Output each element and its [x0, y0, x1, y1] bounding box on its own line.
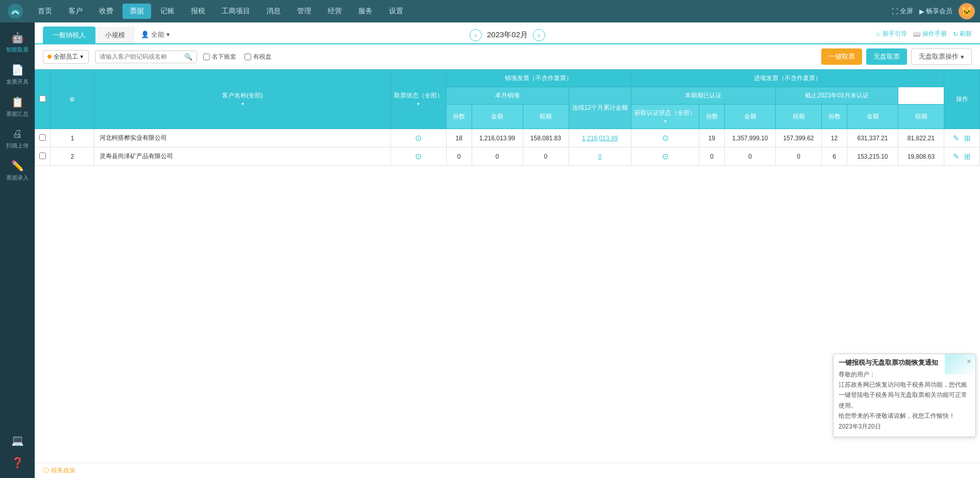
checkbox-tax-disk[interactable]: 有税盘	[244, 53, 272, 61]
member-btn[interactable]: ▶ 畅享会员	[919, 7, 952, 16]
th-action: 操作	[944, 70, 980, 129]
nav-tax[interactable]: 报税	[184, 4, 212, 19]
notif-header: 一键报税与无盘取票功能恢复通知 ×	[834, 354, 975, 369]
manual-icon: 📖	[913, 31, 921, 38]
tab-general-taxpayer[interactable]: 一般纳税人	[43, 27, 95, 43]
sidebar-item-scan[interactable]: 🖨 扫描上传	[2, 124, 33, 154]
nav-service[interactable]: 服务	[351, 4, 380, 19]
row-checkbox-cell	[35, 147, 51, 166]
edit-icon[interactable]: ✎	[953, 134, 960, 142]
employee-dot	[47, 55, 52, 59]
info-icon: ⓘ	[43, 466, 49, 475]
no-disk-ticket-btn[interactable]: 无盘取票	[866, 48, 907, 65]
row-checkbox[interactable]	[39, 153, 46, 159]
search-icon[interactable]: 🔍	[184, 53, 192, 61]
th-monthly-sales: 本月销项	[446, 87, 569, 105]
notif-apology: 给您带来的不便敬请谅解，祝您工作愉快！	[839, 411, 970, 421]
sidebar-item-smart-ticket[interactable]: 🤖 智能取票	[2, 28, 33, 58]
row-customer-name: 河北柯搭桦实业有限公司	[94, 129, 390, 147]
nav-customer[interactable]: 客户	[61, 4, 90, 19]
amount12-link[interactable]: 1,216,013.99	[582, 135, 618, 142]
member-icon: ▶	[919, 8, 924, 15]
notif-date: 2023年3月20日	[839, 421, 970, 432]
smart-ticket-icon: 🤖	[11, 32, 24, 44]
tab-bar: 一般纳税人 小规模 👤 全能 ▾ ‹ 2023年02月 › ☆ 新手引导	[35, 22, 980, 44]
copy-icon[interactable]: ⊞	[964, 152, 971, 161]
help-icon: ❓	[11, 457, 24, 469]
tax-policy-link[interactable]: ⓘ 税务政策	[43, 466, 76, 475]
refresh-btn[interactable]: ↻ 刷新	[953, 30, 972, 38]
ticket-check-icon: ⊙	[415, 152, 422, 161]
search-box: 🔍	[95, 51, 197, 63]
row-tax1: 158,081.83	[523, 129, 569, 147]
sidebar-item-help[interactable]: ❓	[2, 452, 33, 473]
employee-select[interactable]: 全部员工 ▾	[43, 50, 89, 64]
row-12month: 0	[569, 147, 631, 166]
row-share3: 12	[822, 129, 847, 147]
user-avatar[interactable]: 🐱	[959, 3, 975, 19]
th-amount2: 金额	[725, 105, 776, 129]
th-share1: 份数	[446, 105, 472, 129]
row-tax2: 0	[776, 147, 822, 166]
sidebar-item-entry[interactable]: ✏️ 票据录入	[2, 156, 33, 186]
th-amount3: 金额	[847, 105, 898, 129]
row-ticket-status: ⊙	[390, 129, 446, 147]
filter-bar: 全部员工 ▾ 🔍 名下账套 有税盘 一键取票 无盘取票	[35, 44, 980, 69]
edit-icon[interactable]: ✎	[953, 152, 960, 161]
row-checkbox[interactable]	[39, 134, 46, 141]
manual-btn[interactable]: 📖 操作手册	[913, 30, 947, 38]
nav-operate[interactable]: 经营	[321, 4, 349, 19]
no-disk-ticket-op-btn[interactable]: 无盘取票操作 ▾	[911, 48, 972, 65]
row-checkbox-cell	[35, 129, 51, 147]
row-num: 2	[51, 147, 94, 166]
th-amount1: 金额	[472, 105, 523, 129]
status-bar: ⓘ 税务政策	[35, 463, 980, 478]
notif-body: 尊敬的用户： 江苏政务网已恢复访问电子税务局功能，您代账一键登陆电子税务局与无盘…	[834, 369, 975, 437]
sidebar-bottom: 💻 ❓	[2, 430, 33, 478]
nav-fee[interactable]: 收费	[92, 4, 120, 19]
amount12-link[interactable]: 0	[598, 153, 602, 160]
settings-icon[interactable]: ⚙	[69, 96, 75, 103]
customer-filter-icon[interactable]: ▾	[241, 101, 244, 107]
search-input[interactable]	[100, 53, 181, 60]
filter-right-buttons: 一键取票 无盘取票 无盘取票操作 ▾	[821, 48, 972, 65]
guide-btn[interactable]: ☆ 新手引导	[875, 30, 907, 38]
th-sales-invoice-group: 销项发票（不含作废票）	[446, 70, 631, 87]
nav-message[interactable]: 消息	[259, 4, 288, 19]
fullscreen-btn[interactable]: ⛶ 全屏	[892, 7, 913, 16]
row-customer-name: 灵寿县尚泽矿产品有限公司	[94, 147, 390, 166]
next-period-btn[interactable]: ›	[533, 29, 545, 41]
tab-right-actions: ☆ 新手引导 📖 操作手册 ↻ 刷新	[875, 30, 972, 40]
nav-items: 首页 客户 收费 票据 记账 报税 工商项目 消息 管理 经营 服务 设置	[31, 4, 892, 19]
sidebar-item-computer[interactable]: 💻	[2, 430, 33, 450]
one-click-ticket-btn[interactable]: 一键取票	[821, 48, 862, 65]
table-row: 2 灵寿县尚泽矿产品有限公司 ⊙ 0 0 0 0 ⊙ 0 0 0 6 153,2…	[35, 147, 980, 166]
sidebar: 🤖 智能取票 📄 发票开具 📋 票据汇总 🖨 扫描上传 ✏️ 票据录入 💻 ❓	[0, 22, 35, 478]
tab-all[interactable]: 👤 全能 ▾	[135, 28, 176, 41]
sidebar-item-summary[interactable]: 📋 票据汇总	[2, 92, 33, 122]
select-all-checkbox[interactable]	[39, 95, 46, 102]
tab-small-scale[interactable]: 小规模	[95, 27, 135, 43]
row-actions: ✎ ⊞	[944, 147, 980, 166]
status-filter-icon[interactable]: ▾	[417, 101, 420, 107]
nav-home[interactable]: 首页	[31, 4, 59, 19]
th-tax1: 税额	[523, 105, 569, 129]
row-amount2: 1,357,999.10	[725, 129, 776, 147]
prev-period-btn[interactable]: ‹	[470, 29, 482, 41]
copy-icon[interactable]: ⊞	[964, 134, 971, 142]
nav-settings[interactable]: 设置	[382, 4, 410, 19]
nav-business[interactable]: 工商项目	[214, 4, 257, 19]
row-tax1: 0	[523, 147, 569, 166]
notif-close-btn[interactable]: ×	[967, 357, 971, 366]
th-purchase-invoice-group: 进项发票（不含作废票）	[631, 70, 944, 87]
checkbox-sub-account[interactable]: 名下账套	[203, 53, 236, 61]
nav-account[interactable]: 记账	[153, 4, 182, 19]
row-actions: ✎ ⊞	[944, 129, 980, 147]
nav-ticket[interactable]: 票据	[122, 4, 151, 19]
nav-manage[interactable]: 管理	[290, 4, 318, 19]
sidebar-item-invoice[interactable]: 📄 发票开具	[2, 60, 33, 90]
notif-content: 江苏政务网已恢复访问电子税务局功能，您代账一键登陆电子税务局与无盘取票相关功能可…	[839, 380, 970, 411]
th-settings: ⚙	[51, 70, 94, 129]
refresh-icon: ↻	[953, 31, 958, 38]
cert-status-filter-icon[interactable]: ▾	[664, 118, 667, 124]
